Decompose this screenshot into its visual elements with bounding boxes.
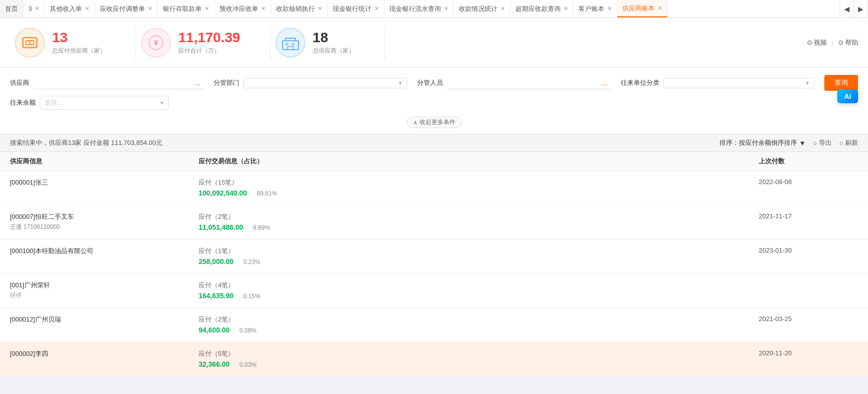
unit-category-arrow-icon: ▼ — [805, 80, 810, 86]
stat-text-supplier-payable: 13 总应付供应商（家） — [52, 31, 106, 55]
table-row: [000002]李四 应付（5笔） 32,366.00 0.03% 2020-1… — [0, 342, 868, 376]
transaction-amount-4[interactable]: 164,635.90 — [199, 292, 233, 300]
nav-close-bank-deposit[interactable]: ✕ — [205, 5, 209, 12]
svg-text:¥: ¥ — [154, 39, 158, 47]
nav-close-cash-flow-query[interactable]: ✕ — [444, 5, 448, 12]
nav-close-supplier-ledger[interactable]: ✕ — [657, 5, 662, 11]
person-input[interactable]: ... — [447, 77, 611, 89]
refresh-button[interactable]: ○ 刷新 — [839, 138, 858, 147]
nav-item-receipt-stat[interactable]: 收款情况统计 ✕ — [454, 0, 510, 17]
nav-label-bank-deposit: 银行存取款单 — [163, 4, 202, 13]
transaction-info-1: 应付（15笔） 100,092,540.00 89.61% — [199, 178, 759, 198]
nav-item-ar-ap-adjust[interactable]: 应收应付调整单 ✕ — [95, 0, 158, 17]
nav-close-overdue-query[interactable]: ✕ — [564, 5, 568, 12]
last-payment-2: 2021-11-17 — [759, 212, 858, 220]
nav-item-overdue-query[interactable]: 超期应收款查询 ✕ — [510, 0, 574, 17]
balance-label: 往来余额 — [10, 98, 36, 107]
payable-supplier-icon — [15, 28, 45, 58]
transaction-percent-5: 0.08% — [239, 327, 256, 334]
supplier-name-link-6[interactable]: [000002]李四 — [10, 349, 199, 358]
nav-arrows: ◀ ▶ — [840, 0, 868, 18]
nav-close-prepaid-ar[interactable]: ✕ — [261, 5, 266, 12]
stat-label-payable-total: 应付合计（万） — [178, 47, 240, 55]
supplier-info-3: [000100]本特勤油品有限公司 — [10, 247, 199, 257]
transaction-amount-2[interactable]: 11,051,486.00 — [199, 223, 243, 231]
nav-label-cash-bank-stat: 现金银行统计 — [333, 4, 371, 13]
export-button[interactable]: ○ 导出 — [813, 138, 832, 147]
search-field-person: 分管人员 ... — [417, 77, 611, 89]
nav-item-tab3[interactable]: 3 ✕ — [23, 0, 45, 17]
unit-category-select[interactable]: ▼ — [663, 78, 814, 88]
nav-label-tab3: 3 — [28, 5, 32, 12]
export-label: 导出 — [819, 138, 832, 147]
collapse-bar: ∧ 收起更多条件 — [10, 115, 858, 129]
transaction-amount-5[interactable]: 94,600.00 — [199, 326, 229, 334]
search-field-unit-category: 往来单位分类 ▼ — [621, 78, 814, 88]
nav-next-button[interactable]: ▶ — [854, 0, 868, 18]
person-dots-icon[interactable]: ... — [601, 78, 608, 87]
nav-item-prepaid-ar[interactable]: 预收冲应收单 ✕ — [215, 0, 271, 17]
nav-close-other-income[interactable]: ✕ — [85, 5, 89, 12]
supplier-name-link-1[interactable]: [000001]张三 — [10, 178, 199, 187]
balance-select[interactable]: 选择... ▼ — [40, 96, 169, 110]
supplier-name-link-4[interactable]: [001]广州荣轩 — [10, 281, 199, 290]
nav-prev-button[interactable]: ◀ — [840, 0, 854, 18]
nav-close-cash-bank-stat[interactable]: ✕ — [374, 5, 379, 12]
nav-close-receipt-verify[interactable]: ✕ — [318, 5, 322, 12]
supplier-input[interactable]: ... — [33, 77, 204, 89]
supplier-name-link-2[interactable]: [000007]恒旺二手叉车 — [10, 212, 199, 221]
video-link[interactable]: ⊙视频 — [807, 38, 827, 47]
nav-item-receipt-verify[interactable]: 收款核销执行 ✕ — [271, 0, 328, 17]
nav-close-receipt-stat[interactable]: ✕ — [501, 5, 505, 12]
query-button[interactable]: 查询 — [824, 75, 858, 91]
last-payment-5: 2021-03-25 — [759, 315, 858, 323]
transaction-amount-6[interactable]: 32,366.00 — [199, 360, 229, 368]
department-select[interactable]: ▼ — [243, 78, 407, 88]
result-summary: 搜索结果中，供应商13家 应付金额 111,703,854.00元 — [10, 138, 162, 147]
transaction-info-4: 应付（4笔） 164,635.90 0.15% — [199, 281, 759, 301]
nav-label-customer-ledger: 客户账本 — [579, 4, 604, 13]
nav-label-ar-ap-adjust: 应收应付调整单 — [100, 4, 145, 13]
header-divider: | — [832, 39, 833, 47]
supplier-contact-2: 王通 17106110000 — [10, 223, 199, 231]
stat-text-payable-total: 11,170.39 应付合计（万） — [178, 31, 240, 55]
table-row: [000100]本特勤油品有限公司 应付（1笔） 258,000.00 0.23… — [0, 240, 868, 274]
nav-label-prepaid-ar: 预收冲应收单 — [219, 4, 258, 13]
sort-select[interactable]: 排序：按应付余额倒序排序 ▼ — [720, 138, 805, 147]
search-field-department: 分管部门 ▼ — [214, 78, 407, 88]
help-link[interactable]: ⊙帮助 — [838, 38, 858, 47]
nav-item-supplier-ledger[interactable]: 供应商账本 ✕ — [617, 0, 667, 17]
supplier-name-link-3[interactable]: [000100]本特勤油品有限公司 — [10, 247, 199, 256]
transaction-percent-1: 89.61% — [257, 190, 277, 197]
nav-item-other-income[interactable]: 其他收入单 ✕ — [45, 0, 95, 17]
transaction-percent-6: 0.03% — [239, 361, 256, 368]
payable-total-icon: ¥ — [141, 28, 171, 58]
nav-item-home[interactable]: 首页 — [0, 0, 23, 17]
transaction-label-6: 应付（5笔） — [199, 349, 759, 358]
search-panel: 供应商 ... 分管部门 ▼ 分管人员 ... 往来单位分类 — [0, 68, 868, 134]
header-right-links: ⊙视频 | ⊙帮助 — [807, 38, 858, 47]
supplier-info-2: [000007]恒旺二手叉车 王通 17106110000 — [10, 212, 199, 231]
nav-item-customer-ledger[interactable]: 客户账本 ✕ — [574, 0, 617, 17]
nav-close-tab3[interactable]: ✕ — [35, 5, 39, 12]
supplier-dots-icon[interactable]: ... — [194, 78, 201, 87]
collapse-button[interactable]: ∧ 收起更多条件 — [407, 117, 462, 128]
main-table: 供应商信息 应付交易信息（占比） 上次付数 [000001]张三 应付（15笔）… — [0, 152, 868, 376]
stat-label-supplier-payable: 总应付供应商（家） — [52, 47, 106, 55]
nav-label-supplier-ledger: 供应商账本 — [622, 4, 654, 13]
nav-label-receipt-stat: 收款情况统计 — [459, 4, 498, 13]
stat-label-total-supplier: 总供应商（家） — [313, 47, 355, 55]
result-bar-right: 排序：按应付余额倒序排序 ▼ ○ 导出 ○ 刷新 — [720, 138, 858, 147]
nav-item-cash-flow-query[interactable]: 现金银行流水查询 ✕ — [384, 0, 454, 17]
transaction-percent-2: 9.89% — [253, 224, 270, 231]
stat-text-total-supplier: 18 总供应商（家） — [313, 31, 355, 55]
ai-badge[interactable]: Ai — [837, 89, 858, 103]
nav-item-bank-deposit[interactable]: 银行存取款单 ✕ — [158, 0, 215, 17]
transaction-amount-1[interactable]: 100,092,540.00 — [199, 189, 247, 197]
nav-close-customer-ledger[interactable]: ✕ — [607, 5, 612, 12]
supplier-name-link-5[interactable]: [000012]广州贝瑞 — [10, 315, 199, 324]
transaction-row-4: 164,635.90 0.15% — [199, 292, 759, 301]
nav-close-ar-ap-adjust[interactable]: ✕ — [148, 5, 152, 12]
transaction-amount-3[interactable]: 258,000.00 — [199, 258, 233, 265]
nav-item-cash-bank-stat[interactable]: 现金银行统计 ✕ — [328, 0, 384, 17]
